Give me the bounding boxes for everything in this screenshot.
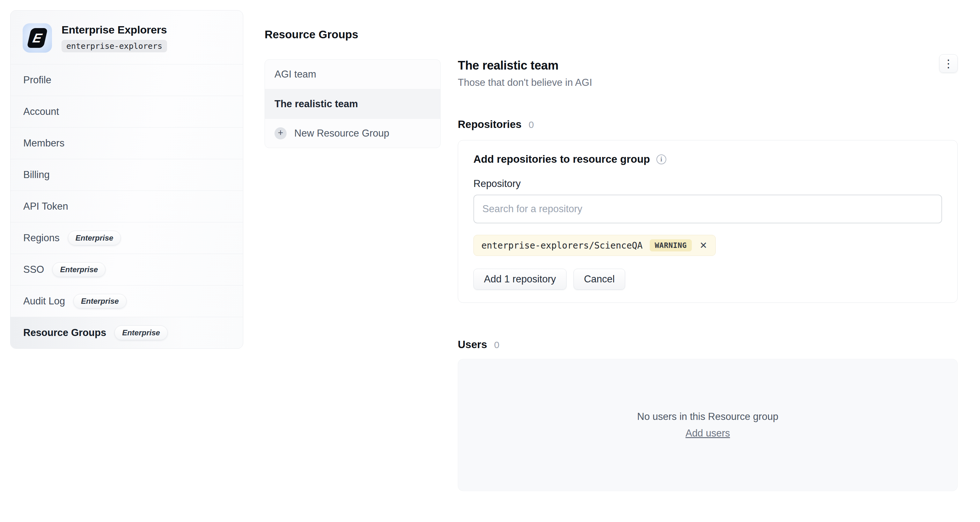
selected-repo-name: enterprise-explorers/ScienceQA bbox=[481, 240, 643, 251]
detail-header-text: The realistic team Those that don't beli… bbox=[458, 54, 592, 88]
repositories-section-header: Repositories 0 bbox=[458, 118, 958, 131]
sidebar-item-sso[interactable]: SSO Enterprise bbox=[11, 254, 243, 285]
resource-group-name: The realistic team bbox=[275, 98, 358, 110]
sidebar-item-label: Account bbox=[23, 106, 59, 117]
group-options-button[interactable]: ⋮ bbox=[939, 54, 958, 73]
sidebar-item-profile[interactable]: Profile bbox=[11, 64, 243, 96]
sidebar-item-label: Audit Log bbox=[23, 295, 65, 307]
group-subtitle: Those that don't believe in AGI bbox=[458, 77, 592, 88]
new-resource-group-button[interactable]: + New Resource Group bbox=[265, 118, 440, 148]
sidebar-item-label: Profile bbox=[23, 74, 51, 86]
resource-groups-list: AGI team The realistic team + New Resour… bbox=[265, 59, 441, 148]
sidebar-item-label: Regions bbox=[23, 232, 60, 244]
sidebar-item-members[interactable]: Members bbox=[11, 127, 243, 159]
org-settings-sidebar: E Enterprise Explorers enterprise-explor… bbox=[10, 10, 243, 349]
users-empty-text: No users in this Resource group bbox=[637, 411, 778, 423]
sidebar-item-label: Members bbox=[23, 137, 64, 149]
enterprise-badge: Enterprise bbox=[73, 294, 127, 308]
resource-groups-heading: Resource Groups bbox=[265, 28, 358, 41]
resource-group-item-realistic-team[interactable]: The realistic team bbox=[265, 89, 440, 118]
repositories-count: 0 bbox=[528, 119, 534, 130]
sidebar-item-audit-log[interactable]: Audit Log Enterprise bbox=[11, 285, 243, 317]
sidebar-item-billing[interactable]: Billing bbox=[11, 159, 243, 190]
sidebar-item-regions[interactable]: Regions Enterprise bbox=[11, 222, 243, 254]
add-card-title: Add repositories to resource group bbox=[473, 153, 650, 165]
org-identity: Enterprise Explorers enterprise-explorer… bbox=[62, 24, 167, 52]
cancel-button[interactable]: Cancel bbox=[574, 269, 625, 290]
users-empty-state: No users in this Resource group Add user… bbox=[458, 359, 958, 491]
resource-group-name: AGI team bbox=[275, 69, 316, 80]
repository-search-input[interactable] bbox=[473, 195, 942, 223]
org-name: Enterprise Explorers bbox=[62, 24, 167, 36]
add-users-link[interactable]: Add users bbox=[686, 428, 730, 439]
enterprise-badge: Enterprise bbox=[52, 262, 105, 277]
org-header: E Enterprise Explorers enterprise-explor… bbox=[11, 11, 243, 64]
sidebar-item-api-token[interactable]: API Token bbox=[11, 190, 243, 222]
info-icon: i bbox=[656, 155, 666, 164]
sidebar-item-resource-groups[interactable]: Resource Groups Enterprise bbox=[11, 317, 243, 348]
repo-warning-badge: WARNING bbox=[650, 239, 692, 251]
enterprise-badge: Enterprise bbox=[68, 231, 121, 245]
add-repositories-card: Add repositories to resource group i Rep… bbox=[458, 140, 958, 303]
group-title: The realistic team bbox=[458, 59, 592, 72]
sidebar-item-account[interactable]: Account bbox=[11, 96, 243, 127]
sidebar-item-label: Resource Groups bbox=[23, 327, 106, 338]
close-icon: ✕ bbox=[700, 240, 707, 251]
enterprise-badge: Enterprise bbox=[115, 326, 168, 340]
resource-group-item-agi-team[interactable]: AGI team bbox=[265, 60, 440, 89]
sidebar-item-label: SSO bbox=[23, 264, 44, 275]
sidebar-item-label: API Token bbox=[23, 201, 68, 212]
org-avatar: E bbox=[22, 23, 52, 53]
resource-group-detail: The realistic team Those that don't beli… bbox=[458, 54, 958, 491]
repository-field-label: Repository bbox=[473, 178, 942, 190]
org-slug-badge: enterprise-explorers bbox=[62, 40, 167, 52]
users-heading: Users bbox=[458, 338, 487, 351]
add-card-title-row: Add repositories to resource group i bbox=[473, 153, 942, 165]
remove-repo-button[interactable]: ✕ bbox=[699, 241, 708, 250]
new-resource-group-label: New Resource Group bbox=[294, 128, 389, 139]
sidebar-item-label: Billing bbox=[23, 169, 50, 180]
users-section-header: Users 0 bbox=[458, 338, 958, 351]
detail-header: The realistic team Those that don't beli… bbox=[458, 54, 958, 88]
plus-icon: + bbox=[275, 127, 286, 139]
kebab-icon: ⋮ bbox=[943, 58, 954, 69]
org-logo-letter: E bbox=[32, 32, 43, 44]
repositories-heading: Repositories bbox=[458, 118, 522, 131]
selected-repo-chip: enterprise-explorers/ScienceQA WARNING ✕ bbox=[473, 235, 716, 256]
add-card-actions: Add 1 repository Cancel bbox=[473, 269, 942, 290]
users-count: 0 bbox=[494, 340, 500, 350]
add-repository-button[interactable]: Add 1 repository bbox=[473, 269, 566, 290]
selected-repositories: enterprise-explorers/ScienceQA WARNING ✕ bbox=[473, 235, 942, 256]
org-logo-icon: E bbox=[27, 28, 48, 48]
